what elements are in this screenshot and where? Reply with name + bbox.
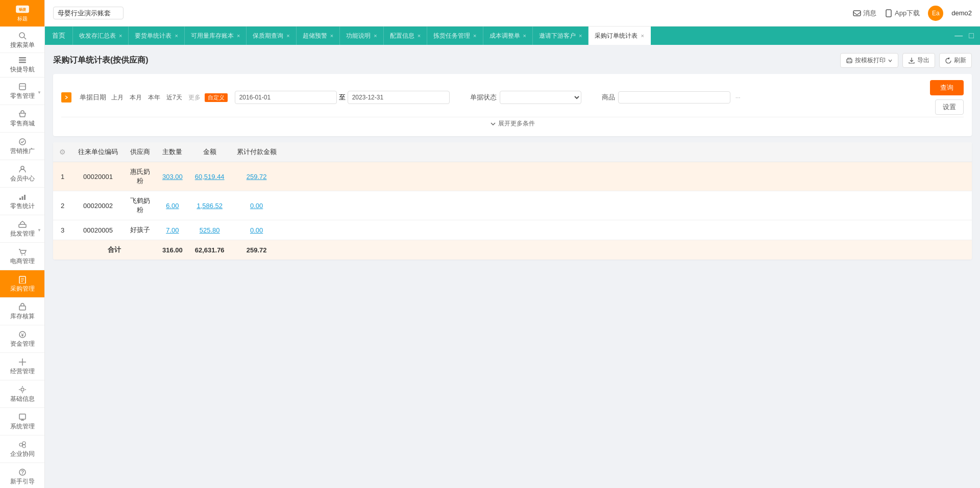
date-start-input[interactable]: [235, 91, 337, 104]
app-download-btn[interactable]: App下载: [885, 9, 920, 18]
logo: 畅捷 标题: [0, 0, 44, 27]
svg-point-28: [19, 443, 22, 446]
custom-date-tag: 自定义: [205, 93, 228, 102]
goods-more-icon[interactable]: ···: [736, 94, 741, 101]
shortcut-this-year[interactable]: 本年: [146, 93, 162, 102]
tab-purchase-order-stats-close[interactable]: ×: [641, 33, 644, 39]
cell-amount[interactable]: 60,519.44: [189, 162, 231, 191]
tab-pick-task-close[interactable]: ×: [473, 33, 476, 39]
sidebar-search[interactable]: 搜索菜单: [0, 27, 44, 53]
setting-button[interactable]: 设置: [935, 99, 964, 115]
tab-overstock-alert-close[interactable]: ×: [330, 33, 333, 39]
tab-pick-task[interactable]: 拣货任务管理 ×: [427, 27, 483, 45]
footer-paid: 259.72: [231, 240, 283, 260]
sidebar-item-system-label: 系统管理: [10, 422, 35, 431]
username[interactable]: demo2: [951, 9, 972, 17]
tab-inventory-book[interactable]: 可用量库存账本 ×: [185, 27, 247, 45]
tab-invite-downstream[interactable]: 邀请下游客户 ×: [533, 27, 589, 45]
sidebar-item-retail-stats[interactable]: 零售统计: [0, 188, 44, 215]
shop-icon: [18, 110, 27, 118]
avatar[interactable]: Ea: [928, 6, 943, 21]
workspace-selector[interactable]: 母婴行业演示账套: [53, 7, 124, 19]
cell-paid[interactable]: 0.00: [231, 191, 283, 220]
tab-purchase-order-stats[interactable]: 采购订单统计表 ×: [589, 27, 650, 45]
sidebar-quicknav[interactable]: 快捷导航: [0, 53, 44, 78]
tab-home[interactable]: 首页: [45, 27, 73, 45]
sidebar-item-ecommerce[interactable]: 电商管理: [0, 243, 44, 270]
cell-paid[interactable]: 0.00: [231, 220, 283, 240]
tab-function-desc[interactable]: 功能说明 ×: [340, 27, 383, 45]
tab-warranty-query[interactable]: 保质期查询 ×: [247, 27, 296, 45]
finance-icon: ¥: [18, 330, 27, 339]
sidebar-item-operations[interactable]: 经营管理: [0, 353, 44, 380]
cell-qty[interactable]: 6.00: [156, 191, 189, 220]
tab-invite-downstream-close[interactable]: ×: [579, 33, 582, 39]
tab-warranty-query-close[interactable]: ×: [286, 33, 289, 39]
date-filter-item: 单据日期 上月 本月 本年 近7天 更多 自定义 至: [80, 91, 450, 104]
tab-home-label: 首页: [52, 31, 65, 40]
cell-paid[interactable]: 259.72: [231, 162, 283, 191]
sidebar-item-basic[interactable]: 基础信息: [0, 380, 44, 408]
sidebar-item-retail-shop[interactable]: 零售商城: [0, 105, 44, 133]
tab-config-info[interactable]: 配置信息 ×: [384, 27, 427, 45]
sidebar-item-member-label: 会员中心: [10, 174, 35, 183]
data-table: ⚙ 往来单位编码 供应商 主数量 金额 累计付款金额 1 00020001: [53, 142, 972, 260]
sidebar-item-inventory[interactable]: 库存核算: [0, 298, 44, 325]
sidebar-item-finance[interactable]: ¥ 资金管理: [0, 325, 44, 353]
tab-overstock-alert[interactable]: 超储预警 ×: [297, 27, 340, 45]
sidebar-item-member[interactable]: 会员中心: [0, 160, 44, 188]
cell-qty[interactable]: 7.00: [156, 220, 189, 240]
tab-inventory-book-label: 可用量库存账本: [191, 32, 234, 40]
footer-extra: [283, 240, 972, 260]
refresh-button[interactable]: 刷新: [939, 53, 972, 68]
print-button[interactable]: 按模板打印: [840, 53, 898, 68]
expand-more-btn[interactable]: 展开更多条件: [61, 117, 964, 130]
svg-text:畅捷: 畅捷: [19, 7, 26, 12]
date-end-input[interactable]: [348, 91, 450, 104]
tab-purchase-stats-close[interactable]: ×: [175, 33, 178, 39]
shortcut-7days[interactable]: 近7天: [164, 93, 184, 102]
svg-text:¥: ¥: [21, 332, 23, 338]
tab-purchase-stats[interactable]: 要货单统计表 ×: [129, 27, 184, 45]
svg-point-29: [22, 442, 26, 445]
enterprise-icon: [18, 441, 27, 449]
tab-inventory-book-close[interactable]: ×: [237, 33, 240, 39]
cell-amount[interactable]: 525.80: [189, 220, 231, 240]
message-btn[interactable]: 消息: [853, 9, 876, 18]
tab-minimize-btn[interactable]: —: [952, 30, 965, 41]
tab-cost-adjust-close[interactable]: ×: [523, 33, 526, 39]
sidebar-item-purchase[interactable]: 采购管理: [0, 270, 44, 298]
tab-config-info-close[interactable]: ×: [418, 33, 421, 39]
tab-receive-summary[interactable]: 收发存汇总表 ×: [73, 27, 129, 45]
sidebar-item-enterprise[interactable]: 企业协同: [0, 435, 44, 463]
cell-amount[interactable]: 1,586.52: [189, 191, 231, 220]
wholesale-arrow: ▼: [37, 227, 41, 232]
sidebar-item-newguide[interactable]: ? 新手引导: [0, 463, 44, 488]
tab-function-desc-close[interactable]: ×: [374, 33, 377, 39]
sidebar-item-marketing[interactable]: 营销推广: [0, 133, 44, 160]
print-label: 按模板打印: [855, 56, 886, 65]
tab-cost-adjust[interactable]: 成本调整单 ×: [483, 27, 533, 45]
svg-rect-43: [848, 61, 851, 63]
shortcut-more[interactable]: 更多: [186, 93, 203, 102]
shortcut-this-month[interactable]: 本月: [128, 93, 144, 102]
shortcut-last-month[interactable]: 上月: [109, 93, 126, 102]
tab-maximize-btn[interactable]: □: [967, 30, 976, 41]
goods-input[interactable]: [618, 91, 730, 104]
tab-purchase-order-stats-label: 采购订单统计表: [595, 32, 638, 40]
sidebar-item-wholesale[interactable]: 批发管理 ▼: [0, 215, 44, 243]
basic-icon: [18, 386, 27, 394]
table-settings-icon[interactable]: ⚙: [59, 148, 66, 156]
cell-qty[interactable]: 303.00: [156, 162, 189, 191]
export-button[interactable]: 导出: [902, 53, 935, 68]
col-extra: [283, 142, 972, 162]
sidebar-item-system[interactable]: 系统管理: [0, 408, 44, 435]
sidebar-item-retail[interactable]: 零售管理 ▼: [0, 78, 44, 105]
sidebar-item-retail-stats-label: 零售统计: [10, 202, 35, 211]
query-button[interactable]: 查询: [930, 80, 964, 95]
status-select[interactable]: [500, 91, 581, 104]
filter-toggle[interactable]: [61, 92, 71, 102]
search-icon: [18, 32, 27, 40]
logo-text: 标题: [17, 15, 28, 22]
tab-receive-summary-close[interactable]: ×: [119, 33, 122, 39]
